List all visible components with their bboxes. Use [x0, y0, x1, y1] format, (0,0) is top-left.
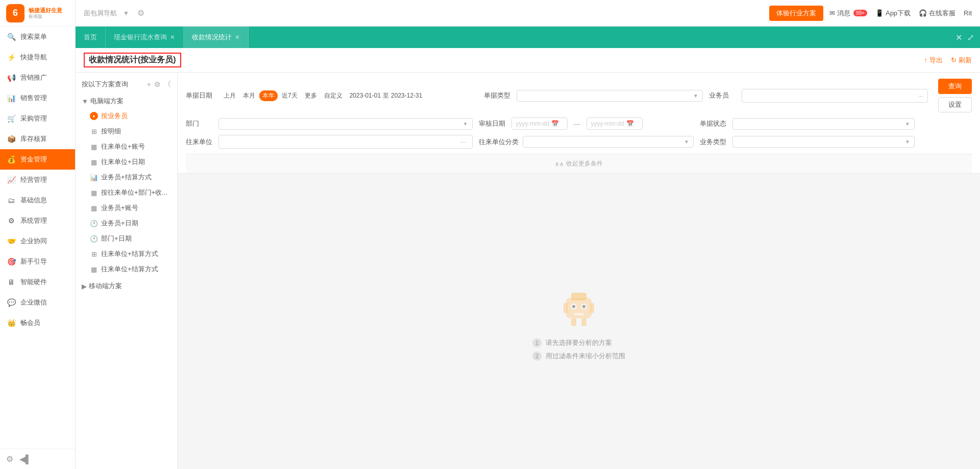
content-area: 按以下方案查询 + ⚙ 《 ▼ 电脑端方案 — [76, 73, 980, 469]
setting-button[interactable]: 设置 — [938, 97, 972, 112]
counterparty-select[interactable]: ··· — [218, 135, 473, 149]
scheme-item-unit-settle2[interactable]: ▦ 往来单位+结算方式 — [76, 262, 177, 277]
sidebar-item-collab[interactable]: 🤝 企业协同 — [0, 231, 75, 251]
scheme-item-dept-date[interactable]: 🕐 部门+日期 — [76, 231, 177, 246]
sidebar-item-quicknav[interactable]: ⚡ 快捷导航 — [0, 47, 75, 67]
search-icon: 🔍 — [6, 32, 16, 42]
type-label: 单据类型 — [484, 91, 512, 100]
tab-home[interactable]: 首页 — [76, 27, 106, 48]
date-tab-this-year[interactable]: 本年 — [259, 90, 278, 101]
scheme-item-salesman-settle[interactable]: 📊 业务员+结算方式 — [76, 170, 177, 185]
scheme-item-unit-dept-recv[interactable]: ▦ 按往来单位+部门+收... — [76, 185, 177, 200]
date-tab-last-month[interactable]: 上月 — [220, 90, 239, 101]
scheme-item-by-salesman[interactable]: ● 按业务员 — [76, 108, 177, 124]
counterparty-more-btn[interactable]: ··· — [460, 138, 466, 146]
date-tab-more[interactable]: 更多 — [302, 90, 320, 101]
sidebar-item-hardware[interactable]: 🖥 智能硬件 — [0, 272, 75, 292]
tab-receipt-stats-close[interactable]: ✕ — [235, 34, 240, 41]
sidebar-item-system[interactable]: ⚙ 系统管理 — [0, 210, 75, 231]
filter-row-1: 单据日期 上月 本月 本年 近7天 更多 自定义 2023-01-01 — [186, 79, 972, 112]
topbar-actions: ✉ 消息 99+ 📱 App下载 🎧 在线客服 Rit — [829, 9, 972, 18]
audit-date-from[interactable]: yyyy-mm-dd 📅 — [511, 118, 568, 130]
scheme-item-salesman-date[interactable]: 🕐 业务员+日期 — [76, 216, 177, 231]
scheme-item-unit-date[interactable]: ▦ 往来单位+日期 — [76, 154, 177, 170]
scheme-item-unit-settle1[interactable]: ⊞ 往来单位+结算方式 — [76, 246, 177, 262]
voucher-status-select[interactable]: ▼ — [732, 118, 915, 130]
scheme-item-icon-dept-date: 🕐 — [90, 235, 98, 243]
member-icon: 👑 — [6, 318, 16, 328]
app-download-action[interactable]: 📱 App下载 — [875, 9, 911, 18]
date-tab-this-month[interactable]: 本月 — [240, 90, 258, 101]
topbar-settings-icon[interactable]: ⚙ — [137, 8, 144, 18]
export-button[interactable]: ↑ 导出 — [924, 56, 943, 65]
sidebar-item-basic-info[interactable]: 🗂 基础信息 — [0, 190, 75, 210]
scheme-item-detail[interactable]: ⊞ 按明细 — [76, 124, 177, 139]
sidebar-item-search[interactable]: 🔍 搜索菜单 — [0, 27, 75, 47]
svg-rect-11 — [581, 318, 586, 326]
filter-row-3: 往来单位 ··· 往来单位分类 ▼ — [186, 135, 972, 149]
sales-icon: 📊 — [6, 93, 16, 103]
scheme-item-unit-account[interactable]: ▦ 往来单位+账号 — [76, 139, 177, 154]
tip-num-2: 2 — [532, 351, 542, 361]
online-service-action[interactable]: 🎧 在线客服 — [919, 9, 955, 18]
counterparty-cat-caret: ▼ — [684, 139, 689, 145]
inventory-icon: 📦 — [6, 134, 16, 144]
biz-type-select[interactable]: ▼ — [732, 136, 915, 148]
sidebar-item-purchase[interactable]: 🛒 采购管理 — [0, 108, 75, 129]
scheme-group-mobile-title[interactable]: ▶ 移动端方案 — [76, 279, 177, 293]
scheme-item-salesman-account[interactable]: ▦ 业务员+账号 — [76, 200, 177, 216]
salesman-more-btn[interactable]: ··· — [918, 92, 923, 100]
svg-point-5 — [572, 305, 575, 308]
counterparty-field: 往来单位 ··· — [186, 135, 473, 149]
user-avatar[interactable]: Rit — [964, 9, 972, 17]
scheme-collapse-icon[interactable]: 《 — [164, 80, 171, 89]
collab-icon: 🤝 — [6, 236, 16, 246]
topbar-dropdown-icon[interactable]: ▼ — [123, 10, 129, 17]
scheme-group-desktop-title[interactable]: ▼ 电脑端方案 — [76, 94, 177, 108]
tab-close-window-btn[interactable]: ✕ — [955, 33, 962, 42]
dept-select[interactable]: ▼ — [218, 118, 473, 130]
message-action[interactable]: ✉ 消息 99+ — [829, 9, 867, 18]
sidebar-item-guide[interactable]: 🎯 新手引导 — [0, 251, 75, 272]
sidebar-item-inventory[interactable]: 📦 库存核算 — [0, 129, 75, 149]
tab-bank-flow[interactable]: 现金银行流水查询 ✕ — [106, 27, 184, 48]
collapse-conditions-btn[interactable]: ∧∧ 收起更多条件 — [186, 154, 972, 173]
scheme-item-icon-salesman-account: ▦ — [90, 204, 98, 212]
trial-plan-button[interactable]: 体验行业方案 — [769, 6, 823, 21]
sidebar-item-wechat[interactable]: 💬 企业微信 — [0, 292, 75, 313]
date-tab-custom[interactable]: 自定义 — [321, 90, 346, 101]
empty-tips: 1 请先选择要分析的方案 2 用过滤条件来缩小分析范围 — [532, 338, 625, 361]
dept-label: 部门 — [186, 119, 214, 128]
sidebar-item-sales[interactable]: 📊 销售管理 — [0, 88, 75, 108]
scheme-item-icon-salesman: ● — [90, 112, 98, 120]
sidebar-item-finance[interactable]: 💰 资金管理 — [0, 149, 75, 170]
date-tab-7days[interactable]: 近7天 — [279, 90, 301, 101]
empty-state: 1 请先选择要分析的方案 2 用过滤条件来缩小分析范围 — [178, 174, 980, 469]
tip-num-1: 1 — [532, 338, 542, 347]
sidebar-item-member[interactable]: 👑 畅会员 — [0, 313, 75, 333]
scheme-item-icon-detail: ⊞ — [90, 127, 98, 135]
counterparty-cat-select[interactable]: ▼ — [523, 136, 694, 148]
audit-date-to[interactable]: yyyy-mm-dd 📅 — [586, 118, 643, 130]
sidebar-footer: ⚙ ◀▌ — [0, 449, 75, 469]
sidebar-item-marketing[interactable]: 📢 营销推广 — [0, 67, 75, 88]
tab-bank-flow-close[interactable]: ✕ — [170, 34, 175, 41]
scheme-setting-icon[interactable]: ⚙ — [154, 80, 161, 88]
tab-maximize-btn[interactable]: ⤢ — [967, 33, 974, 42]
arrow-expand-icon: ▼ — [82, 98, 88, 105]
empty-tip-1: 1 请先选择要分析的方案 — [532, 338, 625, 347]
scheme-add-icon[interactable]: + — [147, 80, 151, 88]
scheme-item-icon-unit-date: ▦ — [90, 158, 98, 166]
tab-receipt-stats[interactable]: 收款情况统计 ✕ — [184, 27, 249, 48]
footer-settings-icon[interactable]: ⚙ — [6, 454, 13, 464]
sidebar-item-operations[interactable]: 📈 经营管理 — [0, 170, 75, 190]
biz-type-caret: ▼ — [905, 139, 910, 145]
query-button[interactable]: 查询 — [938, 79, 972, 94]
biz-type-field: 业务类型 ▼ — [700, 136, 915, 148]
refresh-button[interactable]: ↻ 刷新 — [951, 56, 972, 65]
cal-from-icon: 📅 — [551, 120, 559, 127]
type-select[interactable]: ▼ — [517, 90, 703, 102]
footer-collapse-icon[interactable]: ◀▌ — [19, 454, 31, 464]
salesman-select[interactable]: ··· — [742, 89, 928, 103]
collapse-chevron-icon: ∧∧ — [555, 160, 564, 168]
